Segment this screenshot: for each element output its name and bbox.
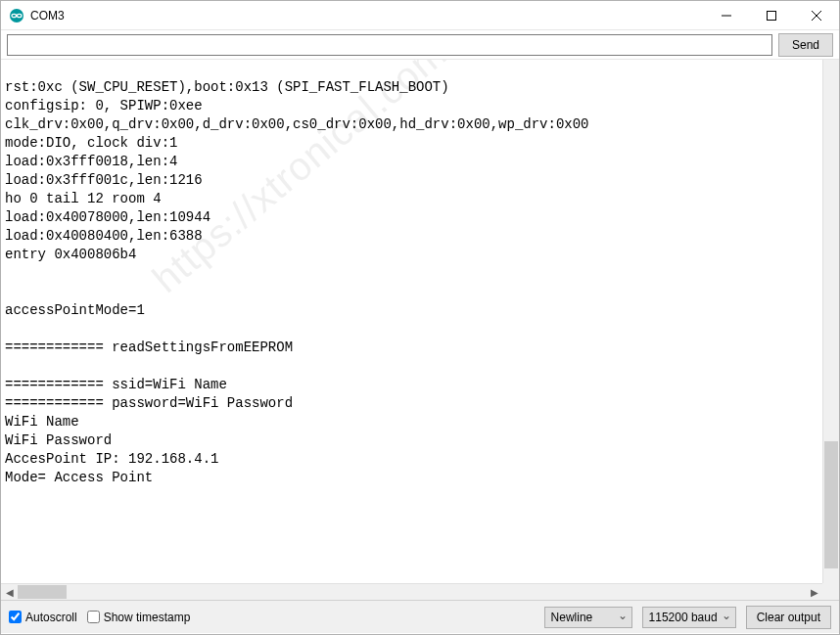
maximize-button[interactable] — [749, 1, 794, 30]
clear-output-button[interactable]: Clear output — [746, 606, 831, 629]
vertical-scrollbar[interactable] — [822, 60, 839, 583]
autoscroll-checkbox[interactable] — [9, 611, 22, 623]
timestamp-label: Show timestamp — [104, 611, 191, 624]
scroll-corner — [822, 583, 839, 600]
horizontal-scrollbar[interactable]: ◀ ▶ — [1, 583, 822, 600]
autoscroll-checkbox-wrap[interactable]: Autoscroll — [9, 611, 77, 624]
close-icon — [812, 11, 821, 21]
scroll-left-arrow-icon[interactable]: ◀ — [1, 584, 18, 601]
serial-input[interactable] — [7, 34, 772, 56]
output-area: https://xtronical.com - 13:44 rst:0xc (S… — [1, 60, 839, 600]
scroll-right-arrow-icon[interactable]: ▶ — [806, 584, 822, 601]
vertical-scrollbar-thumb[interactable] — [824, 441, 838, 568]
line-ending-select[interactable]: Newline — [544, 607, 632, 628]
bottom-bar: Autoscroll Show timestamp Newline 115200… — [1, 600, 839, 633]
baud-rate-select[interactable]: 115200 baud — [642, 607, 736, 628]
minimize-icon — [722, 11, 731, 21]
window-controls — [704, 1, 839, 30]
horizontal-scrollbar-thumb[interactable] — [18, 585, 67, 599]
autoscroll-label: Autoscroll — [25, 611, 77, 624]
baud-rate-value: 115200 baud — [649, 611, 718, 624]
input-row: Send — [1, 30, 839, 60]
titlebar: COM3 — [1, 1, 839, 30]
line-ending-value: Newline — [551, 611, 593, 624]
maximize-icon — [767, 11, 776, 21]
arduino-icon — [9, 8, 24, 23]
window-title: COM3 — [30, 9, 65, 23]
horizontal-scrollbar-track[interactable] — [18, 584, 806, 600]
timestamp-checkbox-wrap[interactable]: Show timestamp — [87, 611, 191, 624]
output-content: rst:0xc (SW_CPU_RESET),boot:0x13 (SPI_FA… — [1, 60, 821, 487]
timestamp-checkbox[interactable] — [87, 611, 100, 623]
svg-rect-4 — [768, 11, 776, 20]
minimize-button[interactable] — [704, 1, 749, 30]
send-button[interactable]: Send — [778, 33, 833, 57]
close-button[interactable] — [794, 1, 839, 30]
